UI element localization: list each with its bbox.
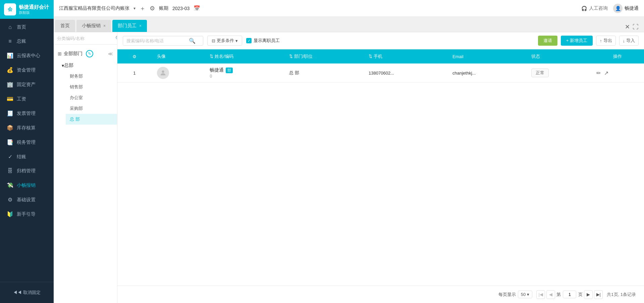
sidebar-item-salary[interactable]: 💳 工资 bbox=[0, 92, 54, 106]
page-prefix-label: 第 bbox=[556, 292, 561, 298]
customer-service-button[interactable]: 🎧 人工咨询 bbox=[581, 5, 608, 11]
tab-expense-close[interactable]: × bbox=[103, 24, 106, 28]
reports-icon: 📊 bbox=[7, 52, 13, 59]
add-employee-button[interactable]: + 新增员工 bbox=[561, 36, 593, 46]
next-page-button[interactable]: ▶ bbox=[584, 290, 593, 299]
sidebar-item-expense[interactable]: 💸 小畅报销 bbox=[0, 178, 54, 192]
page-input-wrap: 第 页 bbox=[556, 291, 583, 298]
sidebar-item-assets[interactable]: 🏢 固定资产 bbox=[0, 77, 54, 92]
cancel-fixed-button[interactable]: ◀◀ 取消固定 bbox=[0, 286, 54, 299]
row-actions: ✏ ↗ bbox=[591, 63, 644, 83]
employee-table-wrap: ⚙ 头像 ⇅ 姓名/编码 ⇅ 部门/职位 ⇅ 手机 Email 状态 操作 1 bbox=[117, 49, 644, 286]
filter-icon: ⊟ bbox=[212, 38, 215, 43]
app-name: 畅捷通好会计 bbox=[19, 4, 49, 10]
dept-expand-icon: ▾ bbox=[62, 63, 64, 68]
export-button[interactable]: ↑ 导出 bbox=[596, 36, 616, 46]
dept-child-sales[interactable]: 销售部 bbox=[66, 82, 117, 92]
employee-search-icon[interactable]: 🔍 bbox=[189, 38, 196, 44]
maximize-window-icon[interactable]: ⛶ bbox=[633, 24, 639, 31]
sidebar-item-capital[interactable]: 💰 资金管理 bbox=[0, 63, 54, 77]
tab-dept-close[interactable]: × bbox=[139, 24, 142, 28]
close-window-icon[interactable]: ✕ bbox=[625, 23, 630, 31]
dept-child-finance[interactable]: 财务部 bbox=[66, 71, 117, 82]
row-phone: 138070602... bbox=[363, 63, 447, 83]
employee-table: ⚙ 头像 ⇅ 姓名/编码 ⇅ 部门/职位 ⇅ 手机 Email 状态 操作 1 bbox=[117, 49, 644, 83]
settings-gear-icon[interactable]: ⚙ bbox=[150, 5, 155, 12]
employee-panel: 🔍 ⊟ 更多条件 ▾ ✓ 显示离职员工 邀请 + 新增员工 bbox=[117, 32, 644, 303]
all-depts-row[interactable]: ⊞ 全部部门 ✎ ≪ bbox=[54, 47, 117, 60]
sidebar-item-inventory[interactable]: 📦 库存核算 bbox=[0, 121, 54, 135]
import-button[interactable]: ↓ 导入 bbox=[619, 36, 639, 46]
dept-edit-button[interactable]: ✎ bbox=[86, 50, 93, 57]
per-page-dropdown[interactable]: 50 ▾ bbox=[518, 291, 532, 298]
edit-icon[interactable]: ✏ bbox=[596, 70, 601, 76]
dept-child-general[interactable]: 总 部 bbox=[66, 114, 117, 125]
employee-search-input[interactable] bbox=[126, 38, 187, 43]
col-status: 状态 bbox=[526, 49, 591, 63]
row-name-code: 畅捷通 部 0 bbox=[204, 63, 284, 83]
tab-expense[interactable]: 小畅报销 × bbox=[76, 20, 111, 32]
col-phone[interactable]: ⇅ 手机 bbox=[363, 49, 447, 63]
per-page-value: 50 bbox=[521, 292, 526, 297]
avatar-placeholder bbox=[157, 67, 169, 79]
last-page-button[interactable]: ▶| bbox=[594, 290, 603, 299]
total-info: 共1页, 1条记录 bbox=[607, 292, 636, 298]
dept-collapse-icon[interactable]: ≪ bbox=[108, 51, 113, 56]
dept-search-input[interactable] bbox=[57, 36, 113, 41]
dept-search-area: 🔍 bbox=[54, 32, 117, 45]
import-icon: ↓ bbox=[623, 38, 625, 43]
sidebar-label-expense: 小畅报销 bbox=[17, 182, 36, 188]
row-email: chanjethkj... bbox=[447, 63, 526, 83]
dept-children: 财务部 销售部 办公室 采购部 总 部 bbox=[58, 71, 117, 125]
sidebar-label-invoice: 发票管理 bbox=[17, 111, 36, 117]
col-dept[interactable]: ⇅ 部门/职位 bbox=[284, 49, 363, 63]
show-resigned-checkbox[interactable]: ✓ bbox=[246, 38, 252, 43]
sidebar-item-guide[interactable]: 🔰 新手引导 bbox=[0, 207, 54, 221]
sidebar-item-home[interactable]: ⌂ 首页 bbox=[0, 20, 54, 34]
sidebar-label-ledger: 总账 bbox=[17, 38, 26, 44]
leave-icon[interactable]: ↗ bbox=[604, 70, 608, 76]
dept-child-office[interactable]: 办公室 bbox=[66, 92, 117, 103]
avatar: 👤 bbox=[613, 4, 623, 13]
employee-code-text: 0 bbox=[210, 74, 278, 79]
tab-home[interactable]: 首页 bbox=[55, 20, 75, 32]
sidebar-item-settings[interactable]: ⚙ 基础设置 bbox=[0, 192, 54, 207]
col-actions: 操作 bbox=[591, 49, 644, 63]
tab-bar: 首页 小畅报销 × 部门员工 × ✕ ⛶ bbox=[54, 17, 644, 32]
sidebar-bottom: ◀◀ 取消固定 bbox=[0, 282, 54, 303]
dept-child-purchase[interactable]: 采购部 bbox=[66, 103, 117, 114]
sidebar-item-ledger[interactable]: ≡ 总账 bbox=[0, 34, 54, 48]
company-dropdown-icon[interactable]: ▾ bbox=[133, 6, 136, 11]
sidebar-item-archive[interactable]: 🗄 归档管理 bbox=[0, 164, 54, 178]
tab-dept-employee[interactable]: 部门员工 × bbox=[112, 20, 147, 32]
logo-area: 会 畅捷通好会计 旗舰版 bbox=[0, 0, 54, 19]
all-depts-label: 全部部门 bbox=[64, 51, 83, 57]
dept-parent-label-zongbu[interactable]: ▾ 总部 bbox=[58, 60, 117, 71]
sidebar-item-invoice[interactable]: 🧾 发票管理 bbox=[0, 106, 54, 121]
col-settings[interactable]: ⚙ bbox=[117, 49, 152, 63]
sidebar-label-home: 首页 bbox=[17, 24, 26, 30]
export-icon: ↑ bbox=[600, 38, 602, 43]
tax-icon: 📑 bbox=[7, 139, 13, 145]
row-avatar bbox=[152, 63, 205, 83]
prev-page-button[interactable]: ◀ bbox=[546, 290, 555, 299]
nav-list: ⌂ 首页 ≡ 总账 📊 云报表中心 💰 资金管理 🏢 固定资产 💳 工资 🧾 发… bbox=[0, 19, 54, 282]
add-tab-button[interactable]: ＋ bbox=[140, 4, 146, 12]
top-right-area: 🎧 人工咨询 👤 畅捷通 bbox=[581, 4, 639, 13]
employee-toolbar: 🔍 ⊟ 更多条件 ▾ ✓ 显示离职员工 邀请 + 新增员工 bbox=[117, 32, 644, 49]
page-number-input[interactable] bbox=[563, 291, 576, 298]
col-name[interactable]: ⇅ 姓名/编码 bbox=[204, 49, 284, 63]
sidebar-item-reports[interactable]: 📊 云报表中心 bbox=[0, 48, 54, 63]
sidebar-item-settle[interactable]: ✓ 结账 bbox=[0, 149, 54, 164]
user-info-button[interactable]: 👤 畅捷通 bbox=[613, 4, 639, 13]
show-resigned-toggle[interactable]: ✓ 显示离职员工 bbox=[246, 38, 280, 44]
sidebar-item-tax[interactable]: 📑 税务管理 bbox=[0, 135, 54, 149]
more-conditions-button[interactable]: ⊟ 更多条件 ▾ bbox=[207, 36, 242, 46]
employee-search-wrap: 🔍 bbox=[123, 36, 203, 46]
per-page-select: 每页显示 50 ▾ bbox=[498, 291, 532, 298]
first-page-button[interactable]: |◀ bbox=[536, 290, 545, 299]
employee-dept-badge: 部 bbox=[226, 68, 233, 73]
invite-button[interactable]: 邀请 bbox=[538, 36, 557, 46]
calendar-icon[interactable]: 📅 bbox=[194, 5, 200, 11]
sidebar-label-reports: 云报表中心 bbox=[17, 53, 40, 59]
